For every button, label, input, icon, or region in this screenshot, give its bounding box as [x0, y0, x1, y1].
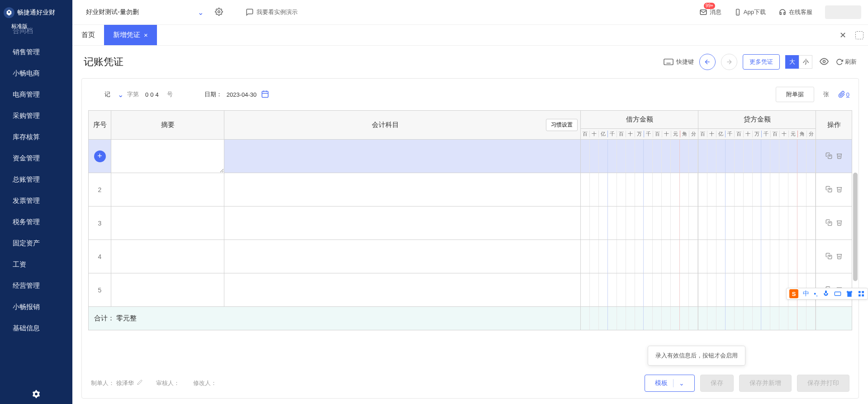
add-row-button[interactable]: + [94, 150, 106, 162]
attach-button[interactable]: 附单据 [776, 87, 814, 102]
account-cell[interactable] [224, 140, 581, 173]
delete-row-icon[interactable] [836, 152, 843, 160]
th-credit: 贷方金额 [698, 111, 816, 129]
ime-mode[interactable]: 中 [803, 290, 809, 298]
sidebar-item-gl[interactable]: 总账管理 [0, 169, 72, 190]
disabled-tooltip: 录入有效信息后，按钮才会启用 [648, 346, 745, 366]
account-cell[interactable] [224, 207, 581, 240]
sidebar-item-purchase[interactable]: 采购管理 [0, 105, 72, 127]
notification-badge: 99+ [704, 3, 715, 9]
keyboard-icon[interactable] [834, 290, 841, 297]
account-cell[interactable] [224, 173, 581, 207]
auditor-field: 审核人： [156, 379, 180, 387]
sidebar-item-sales[interactable]: 销售管理 [0, 42, 72, 63]
account-cell[interactable] [224, 240, 581, 273]
sidebar-item-ecom-mgmt[interactable]: 电商管理 [0, 84, 72, 105]
logo-area: 畅捷通好业财 [0, 0, 72, 25]
sidebar-item-expense[interactable]: 小畅报销 [0, 296, 72, 318]
total-credit [698, 307, 816, 330]
credit-cell[interactable] [698, 207, 816, 240]
svg-rect-2 [736, 9, 740, 15]
summary-cell[interactable] [111, 173, 224, 207]
calendar-icon[interactable] [261, 90, 269, 99]
chevron-down-icon[interactable]: ⌄ [118, 90, 123, 99]
delete-row-icon[interactable] [836, 219, 843, 227]
summary-cell[interactable] [111, 207, 224, 240]
sidebar-item-salary[interactable]: 工资 [0, 254, 72, 275]
sidebar-item-inventory[interactable]: 库存核算 [0, 127, 72, 148]
tab-home[interactable]: 首页 [72, 25, 104, 45]
sidebar-item-tax[interactable]: 税务管理 [0, 211, 72, 233]
tab-new-voucher[interactable]: 新增凭证 × [104, 25, 157, 45]
svg-rect-33 [859, 291, 861, 293]
page-header: 记账凭证 快捷键 更多凭证 大 小 刷新 [72, 46, 868, 78]
shirt-icon[interactable] [846, 290, 853, 297]
delete-row-icon[interactable] [836, 253, 843, 261]
scrollbar-thumb[interactable] [853, 173, 858, 281]
debit-cell[interactable] [581, 240, 698, 273]
sidebar-settings-button[interactable] [0, 385, 72, 404]
sidebar-item-funds[interactable]: 资金管理 [0, 148, 72, 169]
sidebar-item-base[interactable]: 基础信息 [0, 318, 72, 339]
brand-name: 畅捷通好业财 [17, 9, 55, 17]
edit-icon[interactable] [137, 380, 142, 386]
ime-punct-icon[interactable]: •, [814, 290, 818, 297]
org-selector[interactable]: 好业财测试-量勿删 ⌄ [86, 8, 204, 17]
more-vouchers-button[interactable]: 更多凭证 [743, 54, 780, 70]
delete-row-icon[interactable] [836, 186, 843, 194]
attachment-count[interactable]: 0 [838, 91, 849, 98]
voucher-word-input[interactable]: 记 [101, 89, 114, 100]
sidebar-item-invoice[interactable]: 发票管理 [0, 190, 72, 211]
date-value[interactable]: 2023-04-30 [227, 91, 257, 98]
microphone-icon[interactable] [822, 290, 830, 297]
credit-cell[interactable] [698, 140, 816, 173]
grid-icon[interactable] [858, 290, 865, 297]
messages-button[interactable]: 99+ 消息 [699, 8, 721, 16]
debit-cell[interactable] [581, 207, 698, 240]
preview-button[interactable] [818, 57, 830, 67]
debit-cell[interactable] [581, 173, 698, 207]
avatar[interactable] [825, 5, 861, 19]
nav-prev-button[interactable] [699, 54, 716, 70]
copy-row-icon[interactable] [825, 219, 832, 227]
copy-row-icon[interactable] [825, 186, 832, 194]
gear-icon[interactable] [215, 8, 223, 17]
size-small-button[interactable]: 小 [799, 55, 812, 69]
online-support-button[interactable]: 在线客服 [778, 8, 812, 16]
summary-input[interactable] [111, 140, 224, 173]
copy-row-icon[interactable] [825, 253, 832, 261]
svg-rect-32 [835, 292, 840, 296]
debit-cell[interactable] [581, 273, 698, 307]
account-cell[interactable] [224, 273, 581, 307]
size-large-button[interactable]: 大 [785, 55, 799, 69]
nav-next-button[interactable] [721, 54, 737, 70]
svg-rect-13 [262, 91, 268, 98]
shortcut-button[interactable]: 快捷键 [664, 58, 694, 66]
demo-link[interactable]: 我要看实例演示 [246, 8, 298, 16]
no-label: 号 [167, 90, 173, 99]
app-download-button[interactable]: App下载 [734, 8, 766, 16]
refresh-button[interactable]: 刷新 [836, 58, 857, 66]
sidebar-item-biz[interactable]: 经营管理 [0, 275, 72, 296]
credit-cell[interactable] [698, 173, 816, 207]
template-button[interactable]: 模板 ⌄ [645, 375, 695, 392]
voucher-date-area: 日期： 2023-04-30 [204, 90, 270, 99]
summary-cell[interactable] [111, 140, 224, 173]
total-cell: 合计： 零元整 [89, 307, 581, 330]
ime-toolbar[interactable]: S 中 •, [786, 288, 868, 300]
copy-row-icon[interactable] [825, 152, 832, 160]
voucher-no-input[interactable]: 004 [142, 90, 163, 99]
summary-cell[interactable] [111, 273, 224, 307]
debit-cell[interactable] [581, 140, 698, 173]
close-icon[interactable]: × [144, 31, 148, 39]
close-all-icon[interactable]: ✕ [840, 30, 846, 40]
sidebar-item-ecommerce[interactable]: 小畅电商 [0, 63, 72, 84]
sidebar-item[interactable]: 合同档 [0, 25, 72, 42]
sidebar-item-asset[interactable]: 固定资产 [0, 233, 72, 254]
org-name: 好业财测试-量勿删 [86, 8, 139, 16]
habit-settings-button[interactable]: 习惯设置 [546, 119, 578, 131]
summary-cell[interactable] [111, 240, 224, 273]
ops-cell [816, 240, 852, 273]
fullscreen-icon[interactable] [855, 31, 863, 39]
credit-cell[interactable] [698, 240, 816, 273]
